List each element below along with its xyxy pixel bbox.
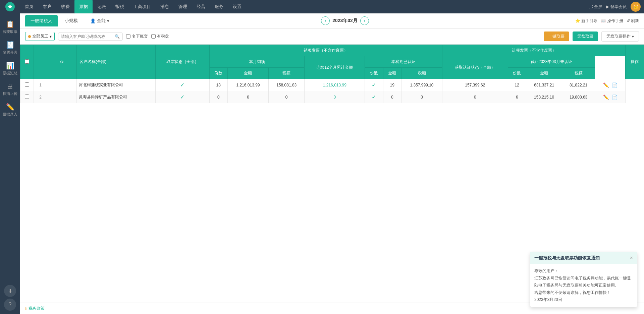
info-icon: ℹ — [25, 306, 27, 311]
row2-edit-btn[interactable]: ✏️ — [603, 95, 609, 100]
tab-general-taxpayer[interactable]: 一般纳税人 — [25, 15, 58, 26]
tab-all[interactable]: 👤 全能 ▾ — [85, 15, 115, 26]
search-wrap: 🔍 — [58, 33, 123, 41]
one-click-fetch-btn[interactable]: 一键取票 — [544, 32, 569, 41]
row1-input-tax: 157,399.62 — [442, 79, 508, 91]
member-btn[interactable]: ▶ 畅享会员 — [606, 4, 627, 10]
notif-close-btn[interactable]: × — [630, 255, 633, 261]
row2-action-cell: ✏️ 📄 — [595, 91, 626, 103]
row1-edit-btn[interactable]: ✏️ — [603, 82, 609, 88]
th-unconfirmed: 截止2023年03月未认证 — [508, 56, 595, 68]
row1-unconf-count: 12 — [508, 79, 526, 91]
table-row: 2 灵寿县尚泽矿产品有限公司 ✓ 0 0 0 0 ✓ 0 — [20, 91, 644, 103]
th-unconf-tax: 税额 — [562, 68, 595, 79]
th-input-amount: 金额 — [383, 68, 401, 79]
row1-input-count: 19 — [383, 79, 401, 91]
th-current-confirmed: 本税期已认证 — [365, 56, 442, 68]
sidebar-item-summary[interactable]: 📊 票据汇总 — [0, 58, 20, 79]
th-confirm-status: 获取认证状态（全部） — [442, 56, 508, 79]
nav-business[interactable]: 工商项目 — [129, 0, 156, 13]
dropdown-arrow-icon: ▾ — [632, 34, 634, 39]
tax-policy-link[interactable]: 税务政策 — [29, 306, 45, 311]
nav-settings[interactable]: 设置 — [228, 0, 246, 13]
sidebar: 📋 智能取票 🧾 发票开具 📊 票据汇总 🖨 扫描上传 ✏️ 票据录入 ⬇ ? — [0, 13, 20, 314]
diskless-fetch-btn[interactable]: 无盘取票 — [573, 32, 598, 41]
summary-icon: 📊 — [6, 62, 14, 70]
nav-message[interactable]: 消息 — [156, 0, 174, 13]
entry-icon: ✏️ — [6, 103, 14, 111]
row2-month-amount: 0 — [227, 91, 268, 103]
th-month-amount: 金额 — [227, 68, 268, 79]
row1-month-tax: 158,081.83 — [269, 79, 305, 91]
nav-operation[interactable]: 经营 — [192, 0, 210, 13]
current-date: 2023年02月 — [332, 18, 358, 24]
book-icon: 📖 — [601, 18, 606, 23]
row2-consecutive12[interactable]: 0 — [305, 91, 365, 103]
row2-view-btn[interactable]: 📄 — [612, 95, 618, 100]
smart-fetch-icon: 📋 — [6, 20, 14, 28]
th-checkbox — [20, 45, 34, 79]
fullscreen-btn[interactable]: ⛶ 全屏 — [589, 4, 602, 10]
employee-select[interactable]: 全部员工 ▾ — [25, 32, 55, 41]
row1-month-count: 18 — [209, 79, 227, 91]
row1-customer-name: 河北柯蒲桉实业有限公司 — [77, 79, 156, 91]
sidebar-item-entry[interactable]: ✏️ 票据录入 — [0, 100, 20, 120]
nav-customer[interactable]: 客户 — [38, 0, 56, 13]
filter-bar: 全部员工 ▾ 🔍 名下账套 有税盘 一键取票 无盘取票 无盘取票操作 ▾ — [20, 28, 644, 45]
nav-fee[interactable]: 收费 — [56, 0, 74, 13]
manual-btn[interactable]: 📖 操作手册 — [601, 18, 623, 24]
row1-cancel-check-icon: ✓ — [180, 82, 184, 88]
row2-num: 2 — [34, 91, 47, 103]
sidebar-item-scan[interactable]: 🖨 扫描上传 — [0, 79, 20, 100]
row2-month-tax: 0 — [269, 91, 305, 103]
nav-items: 首页 客户 收费 票据 记账 报税 工商项目 消息 管理 经营 服务 设置 — [20, 0, 589, 13]
tax-disk-checkbox[interactable] — [151, 34, 156, 39]
sidebar-item-smart-fetch[interactable]: 📋 智能取票 — [0, 17, 20, 38]
sidebar-help-btn[interactable]: ? — [4, 299, 16, 311]
row1-view-btn[interactable]: 📄 — [612, 82, 618, 88]
sub-account-checkbox-wrap: 名下账套 — [126, 34, 148, 39]
th-sales-group: 销项发票（不含作废票） — [209, 45, 442, 56]
prev-month-btn[interactable]: ‹ — [321, 16, 330, 25]
sidebar-item-invoice-open[interactable]: 🧾 发票开具 — [0, 38, 20, 58]
sub-account-checkbox[interactable] — [126, 34, 130, 39]
diskless-operation-btn[interactable]: 无盘取票操作 ▾ — [601, 31, 639, 42]
row1-action-cell: ✏️ 📄 — [595, 79, 626, 91]
guide-icon: ⭐ — [575, 18, 580, 23]
search-input[interactable] — [61, 34, 115, 39]
refresh-btn[interactable]: ↺ 刷新 — [627, 18, 639, 24]
th-input-tax: 税额 — [401, 68, 442, 79]
row2-checkbox[interactable] — [25, 95, 29, 99]
top-navigation: 首页 客户 收费 票据 记账 报税 工商项目 消息 管理 经营 服务 设置 ⛶ … — [0, 0, 644, 13]
logo[interactable] — [3, 0, 17, 13]
row1-consecutive12[interactable]: 1,216,013.99 — [305, 79, 365, 91]
th-settings: ⚙ — [47, 45, 77, 79]
nav-tax[interactable]: 报税 — [111, 0, 129, 13]
nav-home[interactable]: 首页 — [20, 0, 38, 13]
row2-unconf-amount: 153,215.10 — [526, 91, 562, 103]
row1-unconf-tax: 81,822.21 — [562, 79, 595, 91]
person-icon: 👤 — [90, 18, 96, 23]
row2-unconf-tax: 19,808.63 — [562, 91, 595, 103]
nav-bookkeeping[interactable]: 记账 — [93, 0, 111, 13]
th-customer-name: 客户名称(全部) — [77, 45, 156, 79]
new-guide-btn[interactable]: ⭐ 新手引导 — [575, 18, 597, 24]
date-navigation: ‹ 2023年02月 › — [321, 16, 369, 25]
user-avatar[interactable]: 🐱 — [631, 2, 641, 12]
sidebar-download-btn[interactable]: ⬇ — [4, 285, 16, 297]
invoice-table: ⚙ 客户名称(全部) 取票状态（全部） 销项发票（不含作废票） 进项发票（不含作… — [20, 45, 644, 103]
th-month-tax: 税额 — [269, 68, 305, 79]
search-icon[interactable]: 🔍 — [115, 34, 120, 39]
next-month-btn[interactable]: › — [360, 16, 369, 25]
notif-body: 尊敬的用户： 江苏政务网已恢复访问电子税务局功能，易代账一键登陆电子税务局与无盘… — [530, 264, 637, 307]
nav-service[interactable]: 服务 — [210, 0, 228, 13]
th-cancel-status: 取票状态（全部） — [156, 45, 209, 79]
table-row: 1 河北柯蒲桉实业有限公司 ✓ 18 1,216,013.99 158,081.… — [20, 79, 644, 91]
select-all-checkbox[interactable] — [25, 59, 29, 64]
row1-input-amount: 1,357,999.10 — [401, 79, 442, 91]
tab-small-scale[interactable]: 小规模 — [59, 15, 83, 26]
nav-manage[interactable]: 管理 — [174, 0, 192, 13]
row1-checkbox[interactable] — [25, 82, 29, 87]
nav-invoice[interactable]: 票据 — [74, 0, 93, 13]
notif-title: 一键报税与无盘取票功能恢复通知 — [534, 255, 600, 261]
